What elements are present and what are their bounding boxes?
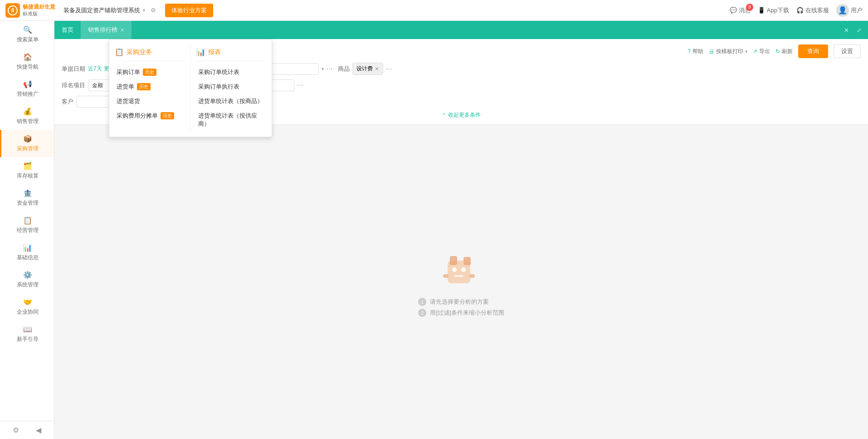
dropdown-item-receipt-by-supplier[interactable]: 进货单统计表（按供应商） (196, 109, 267, 131)
user-button[interactable]: 👤 用户 (836, 4, 863, 17)
empty-tip-2: 2 用[过滤]条件来缩小分析范围 (418, 309, 504, 317)
home-icon: 🏠 (23, 53, 32, 61)
tab-sales-rank[interactable]: 销售排行榜 ✕ (81, 21, 132, 39)
dropdown-columns: 📋 采购业务 采购订单 历史 进货单 历史 进货退货 (109, 45, 272, 131)
sidebar-item-marketing[interactable]: 📢 营销推广 (0, 75, 54, 103)
settings-icon[interactable]: ⚙ (147, 4, 160, 17)
collapse-button[interactable]: ⌃ 收起更多条件 (442, 111, 481, 119)
tab-close-button[interactable]: ✕ (841, 25, 852, 35)
svg-rect-4 (463, 257, 471, 265)
tab-bar: 首页 销售排行榜 ✕ ✕ ⤢ (54, 21, 868, 39)
refresh-button[interactable]: ↻ 刷新 (775, 48, 793, 55)
sidebar-item-basic-info[interactable]: 📊 基础信息 (0, 239, 54, 266)
query-button[interactable]: 查询 (798, 44, 828, 58)
status-dropdown-arrow[interactable]: ▾ (322, 66, 324, 71)
goods-filter: 商品 设计费 ✕ ··· (338, 63, 392, 75)
dropdown-item-order-stats[interactable]: 采购订单统计表 (196, 65, 267, 79)
help-button[interactable]: ? 帮助 (688, 48, 703, 55)
inventory-icon: 🗂️ (23, 162, 32, 170)
goods-tag: 设计费 ✕ (352, 63, 383, 75)
date-label: 单据日期 (62, 65, 85, 73)
svg-rect-9 (469, 274, 475, 278)
online-service-button[interactable]: 🎧 在线客服 (796, 6, 829, 15)
svg-point-6 (461, 267, 466, 272)
tip-num-2: 2 (418, 309, 426, 317)
sidebar-item-newbie[interactable]: 📖 新手引导 (0, 321, 54, 348)
search-icon: 🔍 (23, 25, 32, 34)
refresh-icon: ↻ (775, 48, 780, 54)
salesman-ellipsis[interactable]: ··· (297, 82, 303, 89)
message-icon: 💬 (730, 7, 737, 14)
logo-text: 畅捷通好生意 标准版 (23, 4, 55, 17)
system-title: 装备及固定资产辅助管理系统 ▾ (63, 6, 145, 15)
app-download-button[interactable]: 📱 App下载 (758, 6, 789, 15)
dropdown-item-purchase-order[interactable]: 采购订单 历史 (115, 65, 185, 79)
sidebar-collapse-button[interactable]: ◀ (36, 426, 41, 434)
svg-text:6: 6 (11, 7, 15, 14)
template-print-button[interactable]: 🖨 按模板打印 ▾ (709, 48, 747, 55)
logo-icon: 6 (5, 3, 20, 18)
goods-ellipsis[interactable]: ··· (386, 65, 392, 73)
newbie-icon: 📖 (23, 325, 32, 334)
dropdown-col-report: 📊 报表 采购订单统计表 采购订单执行表 进货单统计表（按商品） (190, 45, 272, 131)
top-bar: 6 畅捷通好生意 标准版 装备及固定资产辅助管理系统 ▾ ⚙ 体验行业方案 💬 … (0, 0, 868, 21)
top-bar-right: 💬 消息 9 📱 App下载 🎧 在线客服 👤 用户 (730, 4, 863, 17)
goods-label: 商品 (338, 65, 350, 73)
empty-icon (439, 247, 484, 292)
help-icon: ? (688, 48, 691, 54)
marketing-icon: 📢 (23, 80, 32, 89)
sidebar: 🔍 搜索菜单 🏠 快捷导航 📢 营销推广 💰 销售管理 📦 采购管理 🗂️ (0, 21, 54, 439)
industry-button[interactable]: 体验行业方案 (165, 4, 213, 17)
goods-tag-remove[interactable]: ✕ (375, 66, 379, 72)
headset-icon: 🎧 (796, 7, 804, 14)
dropdown-item-goods-return[interactable]: 进货退货 (115, 94, 185, 109)
tab-close-icon[interactable]: ✕ (120, 27, 124, 33)
sidebar-item-quick-nav[interactable]: 🏠 快捷导航 (0, 48, 54, 75)
dropdown-item-purchase-fee[interactable]: 采购费用分摊单 历史 (115, 109, 185, 123)
app-container: 6 畅捷通好生意 标准版 装备及固定资产辅助管理系统 ▾ ⚙ 体验行业方案 💬 … (0, 0, 868, 439)
tip-num-1: 1 (418, 298, 426, 306)
customer-label: 客户 (62, 98, 73, 106)
sidebar-item-purchase[interactable]: 📦 采购管理 (0, 130, 54, 157)
svg-rect-3 (450, 256, 457, 265)
sidebar-item-inventory[interactable]: 🗂️ 库存核算 (0, 157, 54, 184)
sidebar-item-search[interactable]: 🔍 搜索菜单 (0, 21, 54, 48)
print-icon: 🖨 (709, 48, 714, 54)
empty-state: 1 请先选择要分析的方案 2 用[过滤]条件来缩小分析范围 (418, 247, 504, 317)
sidebar-item-finance[interactable]: 🏦 资金管理 (0, 184, 54, 212)
tab-expand-button[interactable]: ⤢ (853, 25, 864, 35)
system-icon: ⚙️ (23, 271, 32, 279)
main-layout: 🔍 搜索菜单 🏠 快捷导航 📢 营销推广 💰 销售管理 📦 采购管理 🗂️ (0, 21, 868, 439)
history-badge-2: 历史 (137, 83, 151, 90)
dropdown-item-order-execute[interactable]: 采购订单执行表 (196, 79, 267, 94)
tab-home[interactable]: 首页 (54, 21, 81, 39)
print-dropdown-icon[interactable]: ▾ (745, 49, 747, 54)
sidebar-item-operations[interactable]: 📋 经营管理 (0, 212, 54, 239)
date-preset-7[interactable]: 近7天 (88, 65, 102, 73)
sidebar-item-system[interactable]: ⚙️ 系统管理 (0, 266, 54, 293)
phone-icon: 📱 (758, 7, 765, 14)
history-badge-1: 历史 (143, 69, 156, 76)
finance-icon: 🏦 (23, 189, 32, 197)
purchase-col-icon: 📋 (115, 48, 124, 56)
sidebar-item-sales[interactable]: 💰 销售管理 (0, 103, 54, 130)
sidebar-bottom: ⚙ ◀ (0, 421, 54, 439)
message-button[interactable]: 💬 消息 9 (730, 6, 751, 15)
content-area: 首页 销售排行榜 ✕ ✕ ⤢ ? 帮助 (54, 21, 868, 439)
message-badge: 9 (746, 4, 753, 11)
logo-area: 6 畅捷通好生意 标准版 (5, 3, 60, 18)
sidebar-settings-button[interactable]: ⚙ (13, 426, 19, 434)
export-button[interactable]: ↗ 导出 (753, 48, 770, 55)
svg-rect-8 (443, 274, 449, 278)
rank-label: 排名项目 (62, 81, 85, 89)
svg-rect-7 (454, 275, 463, 277)
system-dropdown-arrow[interactable]: ▾ (143, 8, 145, 13)
dropdown-item-goods-receipt[interactable]: 进货单 历史 (115, 79, 185, 94)
history-badge-3: 历史 (161, 112, 174, 119)
avatar: 👤 (836, 4, 849, 17)
dropdown-item-receipt-by-goods[interactable]: 进货单统计表（按商品） (196, 94, 267, 109)
sidebar-item-enterprise[interactable]: 🤝 企业协同 (0, 293, 54, 321)
settings-button[interactable]: 设置 (834, 44, 861, 58)
status-ellipsis[interactable]: ··· (327, 65, 332, 73)
sales-icon: 💰 (23, 107, 32, 116)
